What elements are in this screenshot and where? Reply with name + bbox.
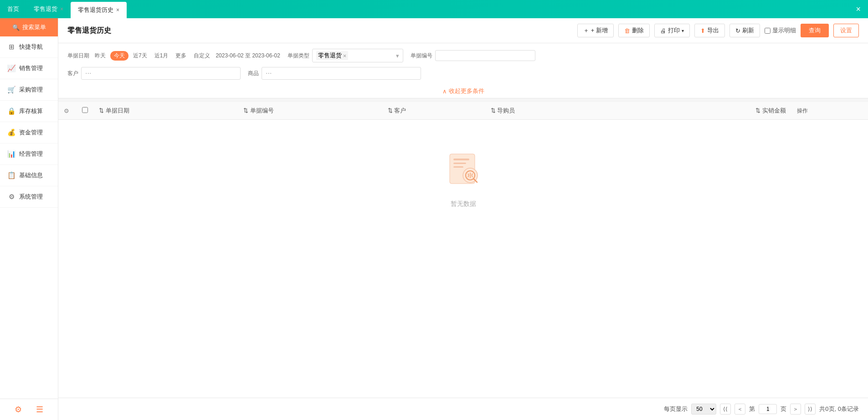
col-amount[interactable]: ⇅ 实销金额 — [647, 102, 791, 120]
select-all-checkbox[interactable] — [82, 107, 88, 113]
date-btn-custom[interactable]: 自定义 — [191, 51, 213, 61]
date-btn-today[interactable]: 今天 — [110, 51, 128, 61]
query-button[interactable]: 查询 — [801, 24, 829, 37]
sidebar-label-sales-mgmt: 销售管理 — [19, 64, 43, 72]
display-toggle-checkbox[interactable] — [765, 28, 770, 34]
sidebar-item-sales-mgmt[interactable]: 📈 销售管理 — [0, 58, 58, 79]
customer-filter-label: 客户 — [67, 70, 78, 77]
sidebar-icon-business: 📊 — [7, 150, 15, 158]
header-actions: ＋ + 新增 🗑 删除 🖨 打印 ▾ ⬆ 导出 ↻ — [577, 24, 859, 37]
empty-state: 暂无数据 — [58, 120, 868, 236]
export-icon: ⬆ — [700, 27, 705, 34]
sidebar-item-inventory[interactable]: 🔒 库存核算 — [0, 101, 58, 122]
type-filter-label: 单据类型 — [288, 52, 309, 60]
collapse-menu-icon[interactable]: ☰ — [36, 405, 43, 415]
window-close-button[interactable]: × — [848, 5, 868, 14]
sidebar-label-inventory: 库存核算 — [19, 107, 43, 115]
print-button[interactable]: 🖨 打印 ▾ — [654, 24, 690, 37]
date-filter-label: 单据日期 — [67, 52, 89, 60]
page-number-input[interactable] — [759, 404, 777, 414]
col-customer[interactable]: ⇅ 客户 — [382, 102, 485, 120]
sidebar-menu: ⊞ 快捷导航 📈 销售管理 🛒 采购管理 🔒 库存核算 💰 资金管理 📊 经营管… — [0, 36, 58, 399]
content-area: 零售退货历史 ＋ + 新增 🗑 删除 🖨 打印 ▾ ⬆ 导出 — [58, 18, 868, 420]
refresh-button[interactable]: ↻ 刷新 — [729, 24, 760, 37]
display-toggle[interactable]: 显示明细 — [765, 26, 796, 35]
pagination: 每页显示 50 20 100 ⟨⟨ ＜ 第 页 ＞ ⟩⟩ 共0页, 0条记录 — [58, 398, 868, 420]
page-title: 零售退货历史 — [67, 26, 111, 36]
sidebar-item-purchase-mgmt[interactable]: 🛒 采购管理 — [0, 79, 58, 101]
goods-select[interactable]: ··· — [262, 67, 421, 80]
col-date[interactable]: ⇅ 单据日期 — [93, 102, 238, 120]
number-filter-input[interactable] — [435, 50, 535, 61]
goods-filter-group: 商品 ··· — [248, 67, 421, 80]
sidebar-item-system[interactable]: ⚙ 系统管理 — [0, 186, 58, 208]
prev-page-button[interactable]: ＜ — [734, 404, 745, 415]
main-layout: 🔍 搜索菜单 ⊞ 快捷导航 📈 销售管理 🛒 采购管理 🔒 库存核算 💰 资金管… — [0, 18, 868, 420]
delete-icon: 🗑 — [624, 27, 630, 34]
table-header: ⚙ ⇅ 单据日期 ⇅ 单据编号 — [58, 102, 868, 120]
customer-select[interactable]: ··· — [81, 67, 241, 80]
tab-return[interactable]: 零售退货× — [26, 0, 71, 18]
table-area: ⚙ ⇅ 单据日期 ⇅ 单据编号 — [58, 102, 868, 420]
print-dropdown-icon: ▾ — [682, 28, 684, 33]
sidebar-icon-sales-mgmt: 📈 — [7, 64, 15, 72]
tab-list: 首页零售退货×零售退货历史× — [0, 0, 848, 18]
filter-row-2: 客户 ··· 商品 ··· — [67, 67, 859, 80]
goods-filter-label: 商品 — [248, 70, 259, 77]
tab-home[interactable]: 首页 — [0, 0, 26, 18]
sidebar-search-button[interactable]: 🔍 搜索菜单 — [0, 18, 58, 36]
export-button[interactable]: ⬆ 导出 — [694, 24, 725, 37]
table-container: ⚙ ⇅ 单据日期 ⇅ 单据编号 — [58, 102, 868, 398]
last-page-button[interactable]: ⟩⟩ — [805, 404, 816, 415]
svg-rect-2 — [453, 163, 466, 164]
col-guide[interactable]: ⇅ 导购员 — [485, 102, 609, 120]
table-config-icon[interactable]: ⚙ — [64, 108, 69, 114]
date-btn-more[interactable]: 更多 — [173, 51, 189, 61]
collapse-label: 收起更多条件 — [449, 87, 484, 95]
collapse-bar[interactable]: ∧ 收起更多条件 — [67, 84, 859, 98]
first-page-button[interactable]: ⟨⟨ — [720, 404, 731, 415]
empty-illustration — [441, 147, 486, 193]
page-size-select[interactable]: 50 20 100 — [691, 404, 716, 415]
tab-return-history[interactable]: 零售退货历史× — [71, 2, 127, 18]
sidebar-icon-finance: 💰 — [7, 128, 15, 137]
empty-text: 暂无数据 — [451, 200, 476, 208]
page-header: 零售退货历史 ＋ + 新增 🗑 删除 🖨 打印 ▾ ⬆ 导出 — [58, 18, 868, 43]
col-date-label: ⇅ 单据日期 — [99, 107, 129, 114]
plus-icon: ＋ — [583, 26, 589, 35]
date-quick-filters: 昨天 今天 近7天 近1月 更多 自定义 — [92, 51, 213, 61]
sidebar-label-business: 经营管理 — [19, 150, 43, 158]
filter-row-1: 单据日期 昨天 今天 近7天 近1月 更多 自定义 2023-06-02 至 2… — [67, 49, 859, 62]
date-btn-1month[interactable]: 近1月 — [152, 51, 171, 61]
sidebar-item-business[interactable]: 📊 经营管理 — [0, 143, 58, 165]
settings-icon[interactable]: ⚙ — [15, 405, 22, 415]
svg-rect-3 — [453, 166, 463, 168]
tab-label-return-history: 零售退货历史 — [78, 6, 113, 14]
sidebar-label-system: 系统管理 — [19, 193, 43, 201]
type-tag: 零售退货 × — [316, 51, 349, 60]
top-bar: 首页零售退货×零售退货历史× × — [0, 0, 868, 18]
sidebar-icon-inventory: 🔒 — [7, 107, 15, 115]
delete-button[interactable]: 🗑 删除 — [618, 24, 650, 37]
date-btn-yesterday[interactable]: 昨天 — [92, 51, 108, 61]
new-button[interactable]: ＋ + 新增 — [577, 24, 614, 37]
tab-close-return[interactable]: × — [60, 6, 63, 12]
sidebar-search-label: 搜索菜单 — [22, 23, 46, 31]
sidebar-item-quick-nav[interactable]: ⊞ 快捷导航 — [0, 36, 58, 58]
tab-close-return-history[interactable]: × — [116, 7, 119, 13]
sidebar-item-base-info[interactable]: 📋 基础信息 — [0, 165, 58, 186]
sidebar-bottom: ⚙ ☰ — [0, 399, 58, 420]
col-number[interactable]: ⇅ 单据编号 — [238, 102, 382, 120]
next-page-button[interactable]: ＞ — [790, 404, 801, 415]
data-table: ⚙ ⇅ 单据日期 ⇅ 单据编号 — [58, 102, 868, 120]
type-tag-close[interactable]: × — [343, 52, 347, 59]
setting-button[interactable]: 设置 — [833, 24, 859, 37]
col-spacer — [609, 102, 647, 120]
date-filter-group: 单据日期 昨天 今天 近7天 近1月 更多 自定义 2023-06-02 至 2… — [67, 51, 280, 61]
type-select[interactable]: 零售退货 × ▾ — [312, 49, 403, 62]
page-label: 第 — [749, 405, 755, 413]
col-number-label: ⇅ 单据编号 — [243, 107, 274, 114]
sidebar-item-finance[interactable]: 💰 资金管理 — [0, 122, 58, 143]
type-tag-text: 零售退货 — [318, 51, 342, 60]
date-btn-7days[interactable]: 近7天 — [130, 51, 150, 61]
